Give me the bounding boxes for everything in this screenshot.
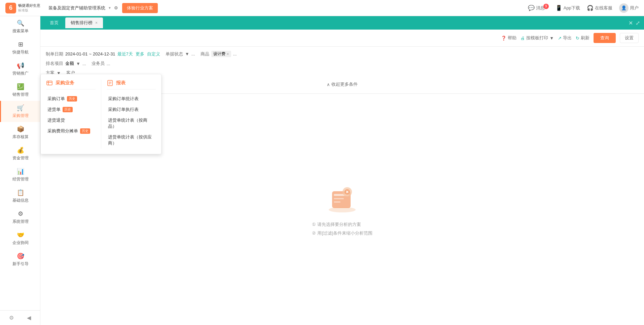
menu-purchase-order[interactable]: 采购订单 历史 — [46, 93, 96, 104]
user-action[interactable]: 👤 用户 — [619, 3, 639, 13]
product-more-dots[interactable]: ... — [233, 51, 237, 56]
header-right: 💬 消息 9 📱 App下载 🎧 在线客服 👤 用户 — [528, 3, 639, 13]
sidebar-item-sales[interactable]: 💹 销售管理 — [0, 80, 40, 101]
status-label: 单据状态 — [166, 51, 183, 57]
sidebar-item-cooperation[interactable]: 🤝 企业协同 — [0, 228, 40, 249]
svg-rect-9 — [47, 81, 52, 85]
filter-row-1: 制单日期 2024-01-01 ~ 2024-12-31 最近7天 更多 自定义 — [46, 51, 639, 57]
sidebar-collapse-btn[interactable]: ◀ — [27, 315, 31, 321]
sidebar-label-system: 系统管理 — [12, 219, 29, 225]
quick-custom[interactable]: 自定义 — [147, 51, 160, 57]
headset-icon: 🎧 — [587, 5, 594, 11]
export-icon: ↗ — [558, 36, 562, 41]
menu-goods-stats-by-supplier[interactable]: 进货单统计表（按供应商） — [107, 132, 156, 149]
report-order-exec-label: 采购订单执行表 — [108, 107, 139, 113]
purchase-expense-history: 历史 — [80, 128, 90, 134]
rank-label: 排名项目 — [46, 60, 63, 67]
date-range: 2024-01-01 ~ 2024-12-31 — [65, 51, 115, 56]
sidebar-item-system[interactable]: ⚙ 系统管理 — [0, 207, 40, 228]
sidebar-item-guide[interactable]: 🎯 新手引导 — [0, 249, 40, 270]
salesman-dots[interactable]: ... — [107, 61, 110, 66]
menu-goods-receipt[interactable]: 进货单 历史 — [46, 104, 96, 115]
sidebar-item-search[interactable]: 🔍 搜索菜单 — [0, 16, 40, 37]
menu-purchase-order-stats[interactable]: 采购订单统计表 — [107, 93, 156, 104]
filter-status: 单据状态 ▼ ... — [166, 51, 195, 57]
sidebar-item-marketing[interactable]: 📢 营销推广 — [0, 58, 40, 80]
print-btn[interactable]: 🖨 按模板打印 ▼ — [521, 35, 554, 41]
rank-dropdown[interactable]: ▼ — [76, 61, 80, 66]
filter-product: 商品 设计费 × ... — [201, 51, 237, 57]
report-order-stats-label: 采购订单统计表 — [108, 96, 139, 102]
help-btn[interactable]: ❓ 帮助 — [501, 35, 516, 41]
message-action[interactable]: 💬 消息 9 — [528, 5, 549, 11]
tab-close-icon[interactable]: × — [95, 21, 98, 25]
logo-subtitle: 标准版 — [18, 8, 40, 13]
report-goods-by-product-label: 进货单统计表（按商品） — [108, 117, 155, 129]
rank-dots: ... — [82, 61, 86, 66]
business-title-text: 采购业务 — [56, 80, 74, 86]
sidebar-item-quick-nav[interactable]: ⊞ 快捷导航 — [0, 37, 40, 58]
empty-illustration — [322, 181, 362, 215]
export-label: 导出 — [563, 35, 572, 41]
purchase-business-icon — [46, 80, 53, 86]
online-service-action[interactable]: 🎧 在线客服 — [587, 5, 612, 11]
purchase-dropdown: 采购业务 采购订单 历史 进货单 历史 进货退货 采购费用分摊单 历史 — [40, 74, 162, 154]
online-service-label: 在线客服 — [595, 5, 612, 11]
tab-home-label: 首页 — [50, 20, 59, 26]
product-tag: 设计费 × — [211, 51, 231, 57]
sidebar-item-base-info[interactable]: 📋 基础信息 — [0, 186, 40, 207]
status-more[interactable]: ▼ — [185, 51, 189, 56]
tab-maximize-icon[interactable]: ⤢ — [636, 20, 640, 26]
date-start: 2024-01-01 — [65, 51, 88, 56]
refresh-label: 刷新 — [581, 35, 589, 41]
menu-goods-stats-by-product[interactable]: 进货单统计表（按商品） — [107, 115, 156, 132]
sidebar-bottom: ⚙ ◀ — [0, 310, 40, 325]
time-quick: 最近7天 更多 自定义 — [117, 51, 160, 57]
tab-sales-rank-label: 销售排行榜 — [71, 20, 93, 26]
refresh-btn[interactable]: ↻ 刷新 — [576, 35, 589, 41]
quick-more[interactable]: 更多 — [136, 51, 144, 57]
system-title: 装备及固定资产辅助管理系统 ▼ — [48, 5, 111, 11]
sidebar-label-guide: 新手引导 — [12, 261, 29, 267]
sidebar: 🔍 搜索菜单 ⊞ 快捷导航 📢 营销推广 💹 销售管理 🛒 采购管理 📦 库存核… — [0, 16, 40, 325]
sidebar-item-inventory[interactable]: 📦 库存核算 — [0, 122, 40, 143]
settings-page-btn[interactable]: 设置 — [620, 33, 639, 43]
tab-close-all-icon[interactable]: ✕ — [629, 20, 633, 26]
print-dropdown-icon: ▼ — [549, 36, 554, 41]
cooperation-icon: 🤝 — [17, 231, 24, 239]
search-icon: 🔍 — [17, 19, 24, 27]
tab-bar: 首页 销售排行榜 × ✕ ⤢ — [40, 16, 644, 30]
goods-receipt-history: 历史 — [63, 107, 73, 112]
filter-salesman: 业务员 ... — [92, 60, 110, 67]
sidebar-label-purchase: 采购管理 — [12, 113, 29, 119]
filter-rank: 排名项目 金额 ▼ ... — [46, 60, 86, 67]
purchase-expense-label: 采购费用分摊单 — [47, 128, 78, 134]
menu-purchase-expense[interactable]: 采购费用分摊单 历史 — [46, 126, 96, 136]
tab-home[interactable]: 首页 — [44, 17, 64, 28]
sidebar-label-cooperation: 企业协同 — [12, 240, 29, 246]
user-label: 用户 — [630, 5, 639, 11]
query-btn[interactable]: 查询 — [594, 33, 616, 43]
tab-sales-rank[interactable]: 销售排行榜 × — [65, 17, 103, 28]
menu-goods-return[interactable]: 进货退货 — [46, 115, 96, 126]
sidebar-label-inventory: 库存核算 — [12, 134, 29, 140]
svg-rect-4 — [334, 201, 341, 203]
export-btn[interactable]: ↗ 导出 — [558, 35, 572, 41]
menu-purchase-order-exec[interactable]: 采购订单执行表 — [107, 104, 156, 115]
app-download-action[interactable]: 📱 App下载 — [556, 5, 580, 11]
empty-hint-1: 请先选择要分析的方案 — [312, 220, 372, 229]
industry-btn[interactable]: 体验行业方案 — [122, 3, 158, 13]
sidebar-label-operations: 经营管理 — [12, 176, 29, 182]
sidebar-item-purchase[interactable]: 🛒 采购管理 — [0, 101, 40, 122]
logo-title: 畅捷通好生意 — [18, 3, 40, 8]
settings-icon[interactable]: ⚙ — [114, 5, 118, 10]
logo-text: 畅捷通好生意 标准版 — [18, 3, 40, 12]
bottom-settings-btn[interactable]: ⚙ — [9, 315, 14, 321]
quick-7days[interactable]: 最近7天 — [117, 51, 133, 57]
sidebar-label-finance: 资金管理 — [12, 155, 29, 161]
system-title-arrow[interactable]: ▼ — [108, 6, 111, 10]
product-tag-close[interactable]: × — [227, 52, 229, 56]
sidebar-item-operations[interactable]: 📊 经营管理 — [0, 164, 40, 186]
main-content: 首页 销售排行榜 × ✕ ⤢ ❓ 帮助 🖨 按模板打印 ▼ — [40, 16, 644, 325]
sidebar-item-finance[interactable]: 💰 资金管理 — [0, 143, 40, 164]
